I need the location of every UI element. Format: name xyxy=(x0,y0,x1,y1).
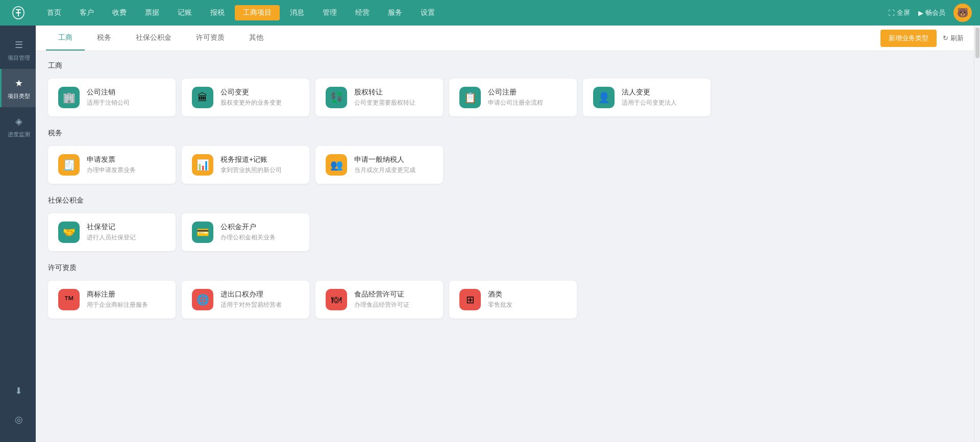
scrollbar-thumb xyxy=(975,28,979,58)
food-license-desc: 办理食品经营许可证 xyxy=(354,301,409,309)
card-food-license[interactable]: 🍽 食品经营许可证 办理食品经营许可证 xyxy=(315,281,443,318)
nav-item-工商项目[interactable]: 工商项目 xyxy=(235,5,280,20)
legal-change-title: 法人变更 xyxy=(622,88,677,97)
refresh-button[interactable]: ↻ 刷新 xyxy=(943,34,964,43)
top-nav-right: ⛶ 全屏 ▶ 畅会员 🐻 xyxy=(888,4,972,22)
nav-item-首页[interactable]: 首页 xyxy=(39,5,69,20)
section-title-gongshang: 工商 xyxy=(48,61,962,70)
provident-fund-open-icon: 💳 xyxy=(192,222,213,243)
card-import-export[interactable]: 🌐 进出口权办理 适用于对外贸易经营者 xyxy=(182,281,309,318)
member-btn[interactable]: ▶ 畅会员 xyxy=(918,8,945,17)
company-cancel-desc: 适用于注销公司 xyxy=(87,99,130,107)
card-liquor[interactable]: ⊞ 酒类 零售批发 xyxy=(449,281,577,318)
company-cancel-icon: 🏢 xyxy=(58,87,80,108)
company-change-desc: 股权变更外的业务变更 xyxy=(220,99,282,107)
card-tax-report-bookkeeping[interactable]: 📊 税务报道+记账 拿到营业执照的新公司 xyxy=(182,146,309,184)
import-export-text: 进出口权办理 适用于对外贸易经营者 xyxy=(220,290,282,309)
nav-item-收费[interactable]: 收费 xyxy=(104,5,135,20)
company-register-icon: 📋 xyxy=(459,87,481,108)
fullscreen-btn[interactable]: ⛶ 全屏 xyxy=(888,8,910,17)
import-export-icon: 🌐 xyxy=(192,289,213,310)
section-title-shebao: 社保公积金 xyxy=(48,196,962,205)
sidebar-item-download[interactable]: ⬇ xyxy=(0,377,36,405)
card-trademark-register[interactable]: ™ 商标注册 用于企业商标注册服务 xyxy=(48,281,176,318)
apply-general-taxpayer-text: 申请一般纳税人 当月或次月成变更完成 xyxy=(354,155,415,175)
nav-item-消息[interactable]: 消息 xyxy=(282,5,312,20)
sidebar-item-location[interactable]: ◎ xyxy=(0,405,36,434)
provident-fund-open-title: 公积金开户 xyxy=(220,223,276,232)
trademark-register-desc: 用于企业商标注册服务 xyxy=(87,301,148,309)
sidebar-bottom: ⬇ ◎ xyxy=(0,377,36,442)
sidebar-items: ☰ 项目管理 ★ 项目类型 ◈ 进度监测 xyxy=(0,31,36,145)
tab-bar: 工商税务社保公积金许可资质其他 新增业务类型 ↻ 刷新 xyxy=(36,26,974,51)
section-gongshang: 工商 🏢 公司注销 适用于注销公司 🏛 公司变更 股权变更外的业务变更 💱 股权… xyxy=(48,61,962,116)
nav-items: 首页客户收费票据记账报税工商项目消息管理经营服务设置 xyxy=(39,5,888,20)
tab-社保公积金[interactable]: 社保公积金 xyxy=(124,26,184,51)
equity-transfer-title: 股权转让 xyxy=(354,88,415,97)
card-legal-change[interactable]: 👤 法人变更 适用于公司变更法人 xyxy=(583,79,710,116)
right-scrollbar xyxy=(974,26,980,442)
card-provident-fund-open[interactable]: 💳 公积金开户 办理公积金相关业务 xyxy=(182,213,309,251)
tab-actions: 新增业务类型 ↻ 刷新 xyxy=(880,30,964,47)
project-mgmt-icon: ☰ xyxy=(12,38,26,52)
cards-grid-gongshang: 🏢 公司注销 适用于注销公司 🏛 公司变更 股权变更外的业务变更 💱 股权转让 … xyxy=(48,79,962,116)
tab-工商[interactable]: 工商 xyxy=(46,26,85,51)
apply-general-taxpayer-title: 申请一般纳税人 xyxy=(354,155,415,164)
tab-许可资质[interactable]: 许可资质 xyxy=(184,26,237,51)
refresh-label: 刷新 xyxy=(950,34,964,43)
equity-transfer-text: 股权转让 公司变更需要股权转让 xyxy=(354,88,415,107)
apply-invoice-text: 申请发票 办理申请发票业务 xyxy=(87,155,136,175)
sections-container: 工商 🏢 公司注销 适用于注销公司 🏛 公司变更 股权变更外的业务变更 💱 股权… xyxy=(48,61,962,318)
tabs: 工商税务社保公积金许可资质其他 xyxy=(46,26,276,50)
nav-item-票据[interactable]: 票据 xyxy=(137,5,167,20)
section-xuke: 许可资质 ™ 商标注册 用于企业商标注册服务 🌐 进出口权办理 适用于对外贸易经… xyxy=(48,263,962,318)
tab-税务[interactable]: 税务 xyxy=(85,26,124,51)
nav-item-设置[interactable]: 设置 xyxy=(412,5,443,20)
liquor-icon: ⊞ xyxy=(459,289,481,310)
location-icon: ◎ xyxy=(12,412,26,427)
card-apply-invoice[interactable]: 🧾 申请发票 办理申请发票业务 xyxy=(48,146,176,184)
tab-其他[interactable]: 其他 xyxy=(237,26,276,51)
import-export-title: 进出口权办理 xyxy=(220,290,282,299)
nav-item-服务[interactable]: 服务 xyxy=(380,5,410,20)
project-mgmt-label: 项目管理 xyxy=(8,54,30,62)
nav-item-管理[interactable]: 管理 xyxy=(314,5,345,20)
sidebar-item-project-mgmt[interactable]: ☰ 项目管理 xyxy=(0,31,36,69)
nav-item-经营[interactable]: 经营 xyxy=(347,5,378,20)
member-icon: ▶ xyxy=(918,9,923,17)
company-register-text: 公司注册 申请公司注册全流程 xyxy=(488,88,543,107)
legal-change-text: 法人变更 适用于公司变更法人 xyxy=(622,88,677,107)
card-company-register[interactable]: 📋 公司注册 申请公司注册全流程 xyxy=(449,79,577,116)
liquor-title: 酒类 xyxy=(488,290,512,299)
apply-invoice-icon: 🧾 xyxy=(58,154,80,176)
sidebar-item-project-type[interactable]: ★ 项目类型 xyxy=(0,69,36,107)
section-title-xuke: 许可资质 xyxy=(48,263,962,273)
fullscreen-label: 全屏 xyxy=(897,8,910,17)
import-export-desc: 适用于对外贸易经营者 xyxy=(220,301,282,309)
section-title-shuiwu: 税务 xyxy=(48,129,962,138)
sidebar-item-progress-monitor[interactable]: ◈ 进度监测 xyxy=(0,107,36,145)
card-company-cancel[interactable]: 🏢 公司注销 适用于注销公司 xyxy=(48,79,176,116)
apply-invoice-title: 申请发票 xyxy=(87,155,136,164)
top-nav: 首页客户收费票据记账报税工商项目消息管理经营服务设置 ⛶ 全屏 ▶ 畅会员 🐻 xyxy=(0,0,980,26)
cards-grid-xuke: ™ 商标注册 用于企业商标注册服务 🌐 进出口权办理 适用于对外贸易经营者 🍽 … xyxy=(48,281,962,318)
company-change-icon: 🏛 xyxy=(192,87,213,108)
apply-general-taxpayer-desc: 当月或次月成变更完成 xyxy=(354,166,415,175)
project-type-label: 项目类型 xyxy=(8,92,30,100)
card-social-insurance-register[interactable]: 🤝 社保登记 进行人员社保登记 xyxy=(48,213,176,251)
provident-fund-open-desc: 办理公积金相关业务 xyxy=(220,233,276,242)
card-apply-general-taxpayer[interactable]: 👥 申请一般纳税人 当月或次月成变更完成 xyxy=(315,146,443,184)
new-type-button[interactable]: 新增业务类型 xyxy=(880,30,937,47)
company-register-desc: 申请公司注册全流程 xyxy=(488,99,543,107)
section-shuiwu: 税务 🧾 申请发票 办理申请发票业务 📊 税务报道+记账 拿到营业执照的新公司 … xyxy=(48,129,962,184)
main-layout: ☰ 项目管理 ★ 项目类型 ◈ 进度监测 ⬇ ◎ 工商税务社保公积金许可资质其他… xyxy=(0,26,980,442)
nav-item-记账[interactable]: 记账 xyxy=(169,5,200,20)
card-company-change[interactable]: 🏛 公司变更 股权变更外的业务变更 xyxy=(182,79,309,116)
card-equity-transfer[interactable]: 💱 股权转让 公司变更需要股权转让 xyxy=(315,79,443,116)
nav-item-客户[interactable]: 客户 xyxy=(71,5,102,20)
company-cancel-text: 公司注销 适用于注销公司 xyxy=(87,88,130,107)
scrollable-content[interactable]: 工商 🏢 公司注销 适用于注销公司 🏛 公司变更 股权变更外的业务变更 💱 股权… xyxy=(36,51,974,442)
liquor-text: 酒类 零售批发 xyxy=(488,290,512,309)
nav-item-报税[interactable]: 报税 xyxy=(202,5,233,20)
equity-transfer-icon: 💱 xyxy=(326,87,347,108)
